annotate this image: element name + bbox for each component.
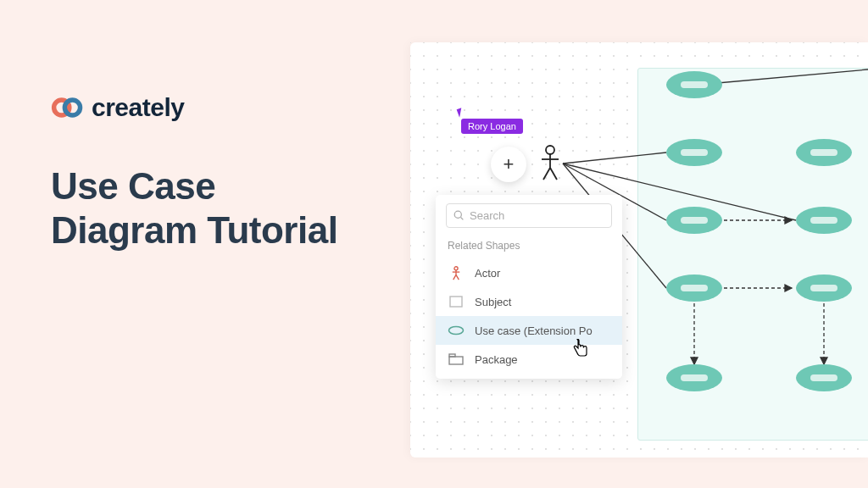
use-case-node[interactable] (666, 139, 722, 166)
use-case-node[interactable] (666, 207, 722, 234)
diagram-canvas[interactable]: Rory Logan + Search Related Shapes Actor (410, 42, 868, 458)
collaborator-name: Rory Logan (461, 119, 523, 134)
svg-line-21 (461, 218, 464, 220)
svg-point-22 (454, 266, 458, 269)
panel-section-label: Related Shapes (436, 236, 622, 258)
search-placeholder: Search (470, 209, 504, 222)
svg-point-20 (454, 211, 461, 218)
headline-line-2: Diagram Tutorial (51, 209, 337, 251)
svg-line-26 (456, 274, 459, 280)
use-case-icon (448, 324, 465, 337)
cursor-arrow-icon (457, 106, 470, 118)
shape-option-label: Actor (475, 267, 500, 280)
actor-shape[interactable] (539, 144, 561, 181)
shape-picker-panel: Search Related Shapes Actor Subject Use … (436, 195, 622, 379)
hero-left: creately Use Case Diagram Tutorial (51, 93, 390, 252)
svg-line-19 (550, 168, 557, 180)
svg-rect-30 (449, 354, 455, 357)
plus-icon: + (504, 153, 515, 175)
svg-point-1 (64, 100, 80, 115)
shape-option-subject[interactable]: Subject (436, 287, 622, 316)
collaborator-cursor: Rory Logan (461, 108, 523, 134)
use-case-node[interactable] (666, 274, 722, 302)
subject-icon (448, 295, 465, 308)
search-icon (453, 210, 465, 221)
creately-logo-icon (51, 97, 85, 119)
use-case-node[interactable] (796, 207, 852, 234)
use-case-node[interactable] (796, 274, 852, 302)
svg-line-18 (543, 168, 550, 180)
actor-icon (448, 266, 465, 280)
add-shape-button[interactable]: + (491, 147, 526, 182)
svg-rect-29 (449, 357, 463, 364)
svg-rect-27 (450, 297, 462, 307)
use-case-node[interactable] (666, 364, 722, 391)
page-title: Use Case Diagram Tutorial (51, 164, 390, 252)
svg-line-25 (453, 274, 456, 280)
headline-line-1: Use Case (51, 165, 215, 207)
brand-name: creately (92, 93, 184, 122)
use-case-node[interactable] (796, 139, 852, 166)
use-case-node[interactable] (666, 71, 722, 98)
shape-option-label: Use case (Extension Po (475, 324, 593, 337)
svg-point-28 (449, 327, 464, 335)
shape-option-label: Package (475, 353, 518, 366)
shape-option-actor[interactable]: Actor (436, 258, 622, 287)
shape-option-label: Subject (475, 296, 511, 308)
svg-point-15 (546, 146, 554, 154)
brand-logo: creately (51, 93, 390, 122)
pointer-cursor-icon (571, 339, 590, 363)
package-icon (448, 352, 465, 366)
shape-option-use-case-extension[interactable]: Use case (Extension Po (436, 316, 622, 345)
use-case-node[interactable] (796, 364, 852, 391)
shape-search-input[interactable]: Search (446, 203, 612, 228)
shape-option-package[interactable]: Package (436, 345, 622, 374)
